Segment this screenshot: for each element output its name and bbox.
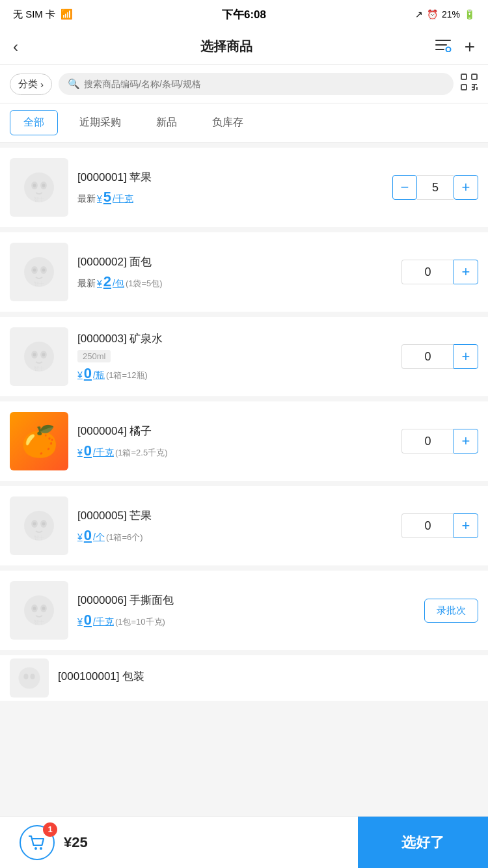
product-spec: 250ml (77, 350, 111, 362)
svg-point-33 (33, 522, 36, 526)
svg-rect-4 (461, 74, 467, 79)
product-thumbnail: 🍊 (10, 412, 68, 470)
product-name: [0000006] 手撕面包 (77, 593, 415, 608)
category-label: 分类 (18, 78, 38, 90)
status-left: 无 SIM 卡 📶 (13, 8, 73, 21)
qty-decrease-button[interactable]: − (392, 175, 417, 200)
product-info: [0000001] 苹果 最新 ¥5/千克 (77, 170, 383, 206)
product-list: 智十 [0000001] 苹果 最新 ¥5/千克 − + (0, 142, 488, 706)
product-name: [0000003] 矿泉水 (77, 331, 392, 346)
product-info: [0000004] 橘子 ¥0/千克 (1箱=2.5千克) (77, 424, 392, 459)
list-item: 🍊 [0000004] 橘子 ¥0/千克 (1箱=2.5千克) + (0, 401, 488, 481)
product-price: ¥0/千克 (1包=10千克) (77, 612, 415, 629)
product-name: [0000001] 苹果 (77, 170, 383, 185)
product-name: [0000002] 面包 (77, 254, 392, 269)
status-right: ↗ ⏰ 21% 🔋 (415, 9, 475, 20)
product-price: ¥0/千克 (1箱=2.5千克) (77, 442, 392, 459)
qty-input[interactable] (401, 513, 454, 538)
qty-input[interactable] (401, 260, 454, 284)
list-item: 智十 [0000003] 矿泉水 250ml ¥0/瓶 (1箱=12瓶) + (0, 317, 488, 396)
product-info: [000100001] 包装 (58, 669, 478, 688)
svg-text:智十: 智十 (34, 619, 44, 625)
cart-icon-wrap[interactable]: 1 (20, 825, 55, 860)
product-thumbnail: 智十 (10, 581, 68, 640)
product-thumbnail: 智十 (10, 243, 68, 301)
tab-all[interactable]: 全部 (10, 110, 58, 135)
list-item: 智十 [0000002] 面包 最新 ¥2/包 (1袋=5包) + (0, 232, 488, 312)
add-button[interactable]: + (465, 36, 475, 57)
svg-point-28 (42, 353, 46, 357)
svg-point-46 (40, 847, 42, 850)
product-name: [0000004] 橘子 (77, 424, 392, 439)
product-thumbnail (10, 658, 49, 698)
svg-point-45 (34, 847, 37, 850)
svg-point-42 (18, 667, 40, 688)
svg-point-22 (42, 269, 46, 272)
filter-icon[interactable] (435, 38, 452, 56)
carrier-label: 无 SIM 卡 (13, 8, 55, 21)
product-thumbnail: 智十 (10, 496, 68, 555)
tab-negative[interactable]: 负库存 (198, 110, 257, 135)
batch-button[interactable]: 录批次 (424, 599, 478, 623)
list-item: 智十 [0000005] 芒果 ¥0/个 (1箱=6个) + (0, 486, 488, 565)
quantity-control: + (401, 344, 478, 369)
status-bar: 无 SIM 卡 📶 下午6:08 ↗ ⏰ 21% 🔋 (0, 0, 488, 29)
product-name: [000100001] 包装 (58, 669, 478, 684)
category-button[interactable]: 分类 › (10, 74, 52, 95)
svg-point-15 (33, 184, 36, 187)
page-title: 选择商品 (200, 38, 252, 55)
scan-icon[interactable] (460, 73, 478, 95)
svg-text:智十: 智十 (34, 535, 44, 541)
list-item: 智十 [0000006] 手撕面包 ¥0/千克 (1包=10千克) 录批次 (0, 571, 488, 650)
svg-rect-5 (472, 74, 477, 79)
svg-point-40 (42, 607, 46, 610)
qty-input[interactable] (401, 344, 454, 369)
quantity-control: + (401, 260, 478, 284)
cart-badge: 1 (43, 822, 57, 837)
product-thumbnail: 智十 (10, 158, 68, 217)
confirm-button[interactable]: 选好了 (358, 817, 488, 868)
svg-point-34 (42, 522, 46, 526)
qty-increase-button[interactable]: + (454, 513, 478, 538)
product-info: [0000003] 矿泉水 250ml ¥0/瓶 (1箱=12瓶) (77, 331, 392, 382)
tab-new[interactable]: 新品 (142, 110, 191, 135)
list-item: [000100001] 包装 (0, 655, 488, 701)
product-price: ¥0/个 (1箱=6个) (77, 527, 392, 544)
cart-total: ¥25 (64, 834, 88, 851)
product-price: 最新 ¥2/包 (1袋=5包) (77, 273, 392, 290)
svg-point-39 (33, 607, 36, 610)
status-time: 下午6:08 (222, 7, 266, 22)
nav-actions: + (435, 36, 475, 57)
battery-icon: 🔋 (464, 9, 475, 20)
search-box: 🔍 (59, 73, 454, 95)
qty-increase-button[interactable]: + (454, 260, 478, 284)
svg-point-3 (446, 47, 450, 51)
product-price: 最新 ¥5/千克 (77, 189, 383, 206)
tab-bar: 全部 近期采购 新品 负库存 (0, 103, 488, 142)
location-icon: ↗ (415, 9, 423, 20)
back-button[interactable]: ‹ (13, 38, 18, 56)
category-arrow-icon: › (40, 79, 44, 90)
wifi-icon: 📶 (61, 8, 73, 20)
search-input[interactable] (84, 79, 444, 89)
qty-increase-button[interactable]: + (454, 175, 478, 200)
svg-point-16 (42, 184, 46, 187)
svg-point-27 (33, 353, 36, 357)
filter-bar: 分类 › 🔍 (0, 65, 488, 103)
qty-increase-button[interactable]: + (454, 429, 478, 454)
svg-rect-6 (461, 85, 467, 90)
nav-bar: ‹ 选择商品 + (0, 29, 488, 65)
qty-input[interactable] (401, 429, 454, 454)
quantity-control: − + (392, 175, 478, 200)
battery-label: 21% (442, 9, 460, 20)
product-info: [0000006] 手撕面包 ¥0/千克 (1包=10千克) (77, 593, 415, 629)
list-item: 智十 [0000001] 苹果 最新 ¥5/千克 − + (0, 148, 488, 227)
svg-point-43 (23, 674, 28, 680)
search-icon: 🔍 (68, 78, 80, 90)
svg-text:智十: 智十 (34, 281, 44, 287)
tab-recent[interactable]: 近期采购 (66, 110, 135, 135)
qty-increase-button[interactable]: + (454, 344, 478, 369)
svg-text:智十: 智十 (34, 197, 44, 202)
quantity-control: + (401, 429, 478, 454)
qty-input[interactable] (417, 175, 454, 200)
